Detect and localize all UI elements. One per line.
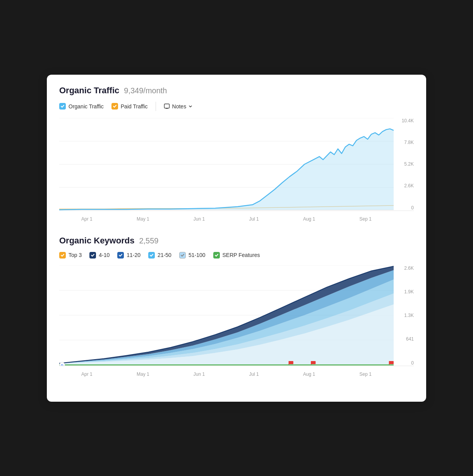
kw-x-label-apr: Apr 1 [81,372,93,377]
kw-y-label-1: 1.9K [397,289,414,295]
11-20-checkbox[interactable] [117,252,124,259]
y-label-1: 7.8K [397,140,414,145]
organic-traffic-title: Organic Traffic [59,86,119,96]
organic-keywords-section: Organic Keywords 2,559 Top 3 4-10 11- [59,236,414,377]
legend-4-10[interactable]: 4-10 [89,252,110,259]
x-label-jun: Jun 1 [194,216,205,222]
organic-traffic-legend: Organic Traffic Paid Traffic Notes [59,102,414,111]
top3-label: Top 3 [69,252,82,258]
4-10-label: 4-10 [99,252,110,258]
kw-x-label-may: May 1 [137,372,149,377]
keywords-svg: G [59,265,394,366]
main-card: Organic Traffic 9,349/month Organic Traf… [47,75,426,402]
serp-checkbox[interactable] [213,252,220,259]
organic-traffic-value: 9,349/month [124,86,167,95]
organic-keywords-value: 2,559 [139,236,158,245]
organic-traffic-header: Organic Traffic 9,349/month [59,86,414,96]
organic-traffic-legend-label: Organic Traffic [69,103,104,110]
serp-label: SERP Features [223,252,260,258]
x-label-apr: Apr 1 [81,216,93,222]
kw-y-label-3: 641 [397,336,414,342]
legend-organic-traffic[interactable]: Organic Traffic [59,103,104,110]
organic-keywords-legend: Top 3 4-10 11-20 21-50 [59,252,414,259]
organic-traffic-chart: 10.4K 7.8K 5.2K 2.6K 0 [59,118,414,222]
kw-y-label-2: 1.3K [397,313,414,318]
notes-button[interactable]: Notes [164,103,193,110]
organic-traffic-chart-area: 10.4K 7.8K 5.2K 2.6K 0 [59,118,414,211]
legend-serp[interactable]: SERP Features [213,252,260,259]
kw-y-label-0: 2.6K [397,265,414,271]
paid-traffic-legend-label: Paid Traffic [121,103,148,110]
x-label-may: May 1 [137,216,149,222]
organic-keywords-header: Organic Keywords 2,559 [59,236,414,246]
organic-keywords-chart: 2.6K 1.9K 1.3K 641 0 [59,265,414,377]
keywords-y-axis: 2.6K 1.9K 1.3K 641 0 [394,265,414,366]
kw-x-label-sep: Sep 1 [359,372,371,377]
organic-traffic-checkbox[interactable] [59,103,66,110]
svg-rect-24 [389,361,394,364]
organic-traffic-section: Organic Traffic 9,349/month Organic Traf… [59,86,414,222]
legend-21-50[interactable]: 21-50 [148,252,171,259]
kw-y-label-4: 0 [397,360,414,366]
y-label-0: 10.4K [397,118,414,123]
notes-icon [164,103,170,110]
organic-keywords-title: Organic Keywords [59,236,134,246]
organic-traffic-y-axis: 10.4K 7.8K 5.2K 2.6K 0 [394,118,414,211]
organic-traffic-x-axis: Apr 1 May 1 Jun 1 Jul 1 Aug 1 Sep 1 [59,214,414,222]
legend-divider [156,102,156,111]
paid-traffic-checkbox[interactable] [111,103,118,110]
svg-text:G: G [61,363,63,365]
21-50-checkbox[interactable] [148,252,155,259]
y-label-4: 0 [397,205,414,211]
top3-checkbox[interactable] [59,252,66,259]
11-20-label: 11-20 [127,252,141,258]
51-100-label: 51-100 [189,252,206,258]
svg-rect-22 [311,361,316,364]
x-label-jul: Jul 1 [249,216,259,222]
x-label-aug: Aug 1 [303,216,315,222]
keywords-x-axis: Apr 1 May 1 Jun 1 Jul 1 Aug 1 Sep 1 [59,369,414,377]
kw-x-label-jul: Jul 1 [249,372,259,377]
svg-marker-6 [59,128,394,209]
legend-top3[interactable]: Top 3 [59,252,82,259]
4-10-checkbox[interactable] [89,252,96,259]
legend-11-20[interactable]: 11-20 [117,252,141,259]
chevron-down-icon [189,104,192,108]
kw-x-label-jun: Jun 1 [194,372,205,377]
legend-51-100[interactable]: 51-100 [179,252,206,259]
y-label-3: 2.6K [397,183,414,188]
51-100-checkbox[interactable] [179,252,186,259]
21-50-label: 21-50 [158,252,171,258]
notes-label: Notes [172,103,187,110]
svg-rect-20 [289,361,293,364]
y-label-2: 5.2K [397,161,414,167]
organic-keywords-chart-area: 2.6K 1.9K 1.3K 641 0 [59,265,414,366]
kw-x-label-aug: Aug 1 [303,372,315,377]
svg-rect-0 [164,104,169,108]
legend-paid-traffic[interactable]: Paid Traffic [111,103,148,110]
traffic-svg [59,118,394,211]
x-label-sep: Sep 1 [359,216,371,222]
